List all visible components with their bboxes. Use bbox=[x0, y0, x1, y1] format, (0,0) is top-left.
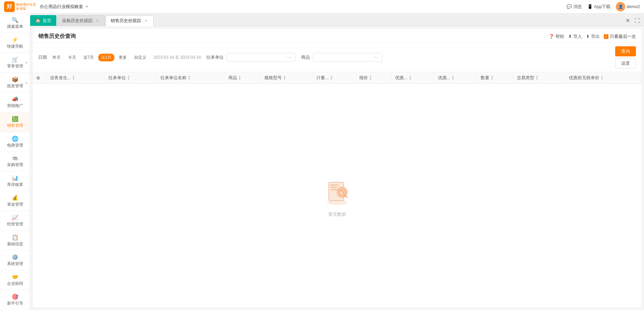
purchase-icon: 🛍 bbox=[12, 155, 18, 161]
sidebar-item-purchase-mgmt[interactable]: 🛍 采购管理 bbox=[0, 152, 30, 171]
sidebar-item-basic-info[interactable]: 📋 基础信息 bbox=[0, 231, 30, 251]
page-content: 销售历史价查询 ❓ 帮助 ⬆ 导入 ⬇ 导出 bbox=[30, 26, 644, 310]
message-label: 消息 bbox=[573, 4, 582, 10]
sort-arrows-partner-name: ▲▼ bbox=[188, 75, 191, 81]
sidebar-item-operations-mgmt[interactable]: 📈 经营管理 bbox=[0, 211, 30, 231]
search-button[interactable]: 查询 bbox=[615, 46, 636, 56]
sidebar-item-sales-mgmt[interactable]: 💹 销售管理 bbox=[0, 112, 30, 132]
partner-dots[interactable]: ··· bbox=[286, 54, 293, 60]
date-btn-custom[interactable]: 自定义 bbox=[131, 54, 149, 61]
user-menu[interactable]: 👤 demo2 bbox=[616, 2, 640, 11]
table-settings-icon[interactable]: ⚙ bbox=[36, 75, 40, 81]
sidebar-item-label: 基础信息 bbox=[7, 241, 23, 247]
import-button[interactable]: ⬆ 导入 bbox=[568, 34, 582, 40]
help-button[interactable]: ❓ 帮助 bbox=[549, 34, 564, 40]
page-title: 销售历史价查询 bbox=[38, 33, 76, 40]
sidebar-item-label: 批发管理 bbox=[7, 83, 23, 89]
sidebar-item-search-menu[interactable]: 🔍 搜索菜单 bbox=[0, 13, 30, 33]
table-header: ⚙ 业务发生... ▲▼ 往来 bbox=[33, 72, 641, 84]
partner-filter-group: 往来单位 ··· bbox=[206, 53, 296, 62]
product-dots[interactable]: ··· bbox=[372, 54, 379, 60]
th-partner-name[interactable]: 往来单位名称 ▲▼ bbox=[157, 72, 225, 84]
only-last-checkbox[interactable]: ✓ 只看最后一次 bbox=[604, 34, 636, 40]
sidebar-item-finance-mgmt[interactable]: 💰 资金管理 bbox=[0, 191, 30, 211]
th-quote[interactable]: 报价 ▲▼ bbox=[356, 72, 392, 84]
collab-icon: 🤝 bbox=[12, 274, 18, 280]
th-qty[interactable]: 数量 ▲▼ bbox=[477, 72, 514, 84]
th-product[interactable]: 商品 ▲▼ bbox=[225, 72, 261, 84]
finance-icon: 💰 bbox=[12, 195, 18, 201]
empty-illustration bbox=[320, 174, 354, 207]
th-discount2[interactable]: 优惠... ▲▼ bbox=[434, 72, 477, 84]
table-header-row: ⚙ 业务发生... ▲▼ 往来 bbox=[33, 72, 641, 84]
export-label: 导出 bbox=[591, 34, 600, 40]
sidebar-item-label: 新手引导 bbox=[7, 301, 23, 306]
sort-arrows-partner-code: ▲▼ bbox=[127, 75, 130, 81]
tab-home[interactable]: 🏠 首页 bbox=[30, 15, 56, 26]
table-area: ⚙ 业务发生... ▲▼ 往来 bbox=[33, 72, 641, 307]
export-button[interactable]: ⬇ 导出 bbox=[586, 34, 600, 40]
sidebar-item-label: 系统管理 bbox=[7, 261, 23, 267]
sort-arrows-qty: ▲▼ bbox=[491, 75, 493, 81]
system-icon: ⚙️ bbox=[12, 254, 18, 260]
sidebar-item-system-mgmt[interactable]: ⚙️ 系统管理 bbox=[0, 251, 30, 270]
th-partner-code[interactable]: 往来单位 ▲▼ bbox=[105, 72, 157, 84]
sort-arrows-discount2: ▲▼ bbox=[452, 75, 454, 81]
th-unit[interactable]: 计量... ▲▼ bbox=[313, 72, 356, 84]
maximize-action[interactable]: ⛶ bbox=[633, 17, 641, 24]
download-icon: 📱 bbox=[587, 4, 593, 9]
search-settings-group: 查询 设置 bbox=[615, 46, 636, 68]
user-name: demo2 bbox=[627, 4, 640, 9]
date-btn-yesterday[interactable]: 昨天 bbox=[50, 54, 64, 61]
sidebar-item-inventory[interactable]: 📊 库存核算 bbox=[0, 171, 30, 191]
partner-input[interactable] bbox=[229, 55, 286, 60]
sidebar-item-retail-mgmt[interactable]: 🛒 零售管理 ▼ bbox=[0, 53, 30, 73]
close-tab-action[interactable]: ✕ bbox=[624, 17, 631, 24]
date-btn-more[interactable]: 更多 bbox=[116, 54, 130, 61]
avatar: 👤 bbox=[616, 2, 625, 11]
home-icon: 🏠 bbox=[35, 18, 41, 23]
th-trade-type[interactable]: 交易类型 ▲▼ bbox=[513, 72, 565, 84]
th-pretax-price[interactable]: 优惠前无税单价 ▲▼ bbox=[565, 72, 641, 84]
tab-purchase-history-close[interactable]: × bbox=[95, 18, 100, 23]
date-quick-buttons: 昨天 今天 近7天 近1月 更多 自定义 bbox=[50, 54, 149, 61]
tab-purchase-history[interactable]: 采购历史价跟踪 × bbox=[57, 15, 105, 26]
sidebar-item-ecom-mgmt[interactable]: 🌐 电商管理 bbox=[0, 132, 30, 152]
th-spec[interactable]: 规格型号 ▲▼ bbox=[261, 72, 313, 84]
filter-bar: 日期 昨天 今天 近7天 近1月 更多 自定义 2023-02-18 至 202… bbox=[33, 43, 641, 72]
th-biz-date[interactable]: 业务发生... ▲▼ bbox=[46, 72, 105, 84]
page-inner: 销售历史价查询 ❓ 帮助 ⬆ 导入 ⬇ 导出 bbox=[33, 29, 641, 307]
app-selector-name: 办公用品行业模拟账套 bbox=[40, 4, 83, 10]
logo-icon: 好 bbox=[4, 1, 15, 12]
tab-bar: 🏠 首页 采购历史价跟踪 × 销售历史价跟踪 × ✕ ⛶ bbox=[30, 13, 644, 26]
tab-sales-history[interactable]: 销售历史价跟踪 × bbox=[106, 15, 154, 26]
sidebar: 🔍 搜索菜单 ⚡ 快捷导航 🛒 零售管理 ▼ 📦 批发管理 ▲ 📣 营销推广 💹… bbox=[0, 13, 30, 310]
product-input[interactable] bbox=[316, 55, 372, 60]
date-btn-7days[interactable]: 近7天 bbox=[80, 54, 97, 61]
sidebar-item-enterprise-collab[interactable]: 🤝 企业协同 bbox=[0, 270, 30, 290]
th-settings[interactable]: ⚙ bbox=[33, 72, 46, 84]
sort-arrows-biz-date: ▲▼ bbox=[72, 75, 75, 81]
import-icon: ⬆ bbox=[568, 34, 572, 39]
date-btn-today[interactable]: 今天 bbox=[65, 54, 79, 61]
sort-arrows-quote: ▲▼ bbox=[369, 75, 372, 81]
data-table: ⚙ 业务发生... ▲▼ 往来 bbox=[33, 72, 641, 84]
tab-sales-history-label: 销售历史价跟踪 bbox=[111, 18, 141, 24]
sort-arrows-discount1: ▲▼ bbox=[409, 75, 412, 81]
sidebar-item-wholesale-mgmt[interactable]: 📦 批发管理 ▲ bbox=[0, 73, 30, 93]
th-discount1[interactable]: 优惠... ▲▼ bbox=[392, 72, 434, 84]
date-btn-1month[interactable]: 近1月 bbox=[98, 54, 115, 61]
app-download-button[interactable]: 📱 App下载 bbox=[587, 4, 610, 10]
sort-arrows-product: ▲▼ bbox=[238, 75, 241, 81]
sidebar-item-marketing[interactable]: 📣 营销推广 bbox=[0, 93, 30, 112]
tab-sales-history-close[interactable]: × bbox=[143, 18, 149, 23]
settings-button[interactable]: 设置 bbox=[615, 58, 636, 68]
sidebar-item-newbie-guide[interactable]: 🎯 新手引导 bbox=[0, 290, 30, 310]
quick-nav-icon: ⚡ bbox=[12, 37, 18, 43]
sidebar-item-label: 零售管理 bbox=[7, 63, 23, 69]
retail-icon: 🛒 bbox=[12, 56, 18, 63]
chevron-down-icon: ▼ bbox=[25, 61, 28, 64]
message-button[interactable]: 💬 消息 bbox=[567, 4, 582, 10]
app-selector[interactable]: 办公用品行业模拟账套 ▼ bbox=[37, 2, 91, 11]
sidebar-item-quick-nav[interactable]: ⚡ 快捷导航 bbox=[0, 33, 30, 53]
